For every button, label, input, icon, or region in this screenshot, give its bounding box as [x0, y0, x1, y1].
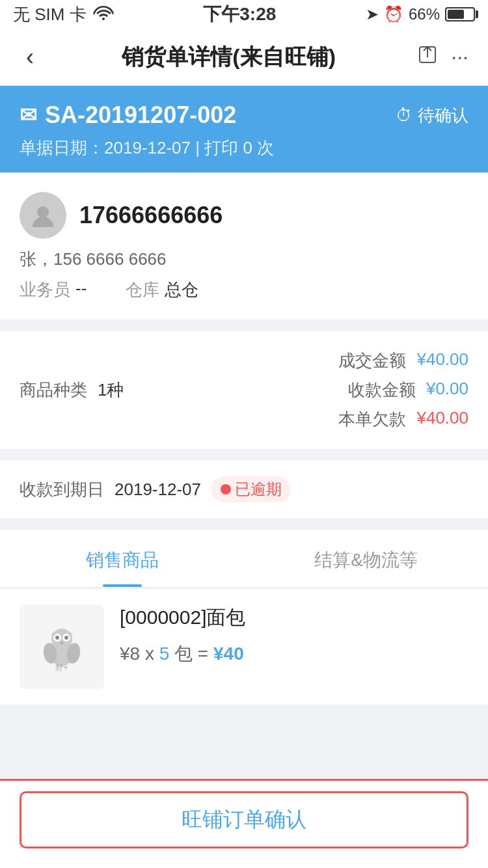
- divider-3: [0, 519, 488, 530]
- order-date-label: 单据日期：: [20, 138, 104, 157]
- location-icon: ➤: [366, 5, 379, 23]
- tab-settlement[interactable]: 结算&物流等: [244, 530, 488, 587]
- product-title: 面包: [206, 606, 245, 628]
- quantity: 5: [159, 644, 170, 664]
- page-title: 销货单详情(来自旺铺): [122, 42, 336, 72]
- tab-sales-label: 销售商品: [86, 550, 159, 570]
- due-amount-item: 本单欠款 ¥40.00: [338, 408, 468, 431]
- financial-summary: 成交金额 ¥40.00 收款金额 ¥0.00 本单欠款 ¥40.00: [338, 349, 468, 431]
- battery-icon: [445, 7, 475, 21]
- order-id-text: SA-20191207-002: [45, 102, 236, 129]
- nav-actions: ···: [417, 44, 468, 70]
- unit-label: 包: [174, 644, 193, 664]
- type-label: 商品种类: [20, 379, 87, 401]
- sales-label: 业务员: [20, 278, 70, 301]
- status-time: 下午3:28: [203, 2, 276, 27]
- summary-card: 商品种类 1种 成交金额 ¥40.00 收款金额 ¥0.00 本单欠款 ¥40.…: [0, 331, 488, 449]
- back-button[interactable]: ‹: [20, 37, 40, 77]
- due-date-value: 2019-12-07: [115, 480, 201, 500]
- customer-phone: 17666666666: [79, 202, 223, 229]
- sales-value: --: [75, 278, 87, 301]
- tab-settlement-label: 结算&物流等: [314, 550, 418, 570]
- divider-1: [0, 321, 488, 331]
- order-meta: 单据日期：2019-12-07 | 打印 0 次: [20, 137, 468, 159]
- bottom-action-bar: 旺铺订单确认: [0, 779, 488, 868]
- due-amount-value: ¥40.00: [416, 408, 468, 431]
- total-price: ¥40: [213, 644, 244, 664]
- product-thumbnail: 野+: [20, 604, 104, 689]
- due-date-label: 收款到期日: [20, 478, 104, 501]
- svg-point-1: [37, 206, 49, 218]
- multiplier-symbol: x: [145, 644, 154, 664]
- status-left: 无 SIM 卡: [13, 3, 114, 26]
- svg-point-8: [64, 636, 68, 640]
- amount-item: 成交金额 ¥40.00: [338, 349, 468, 372]
- confirm-button-label: 旺铺订单确认: [182, 806, 306, 834]
- customer-attributes: 业务员 -- 仓库 总仓: [20, 278, 468, 301]
- clock-icon: ⏰: [384, 5, 403, 23]
- amount-value: ¥40.00: [416, 349, 468, 372]
- more-icon[interactable]: ···: [451, 45, 468, 69]
- status-bar: 无 SIM 卡 下午3:28 ➤ ⏰ 66%: [0, 0, 488, 29]
- equals-symbol: =: [198, 644, 208, 664]
- product-price: ¥8 x 5 包 = ¥40: [120, 642, 468, 666]
- customer-avatar: [20, 192, 66, 239]
- product-info: [0000002]面包 ¥8 x 5 包 = ¥40: [120, 604, 468, 689]
- status-clock-icon: ⏱: [396, 105, 413, 126]
- overdue-badge: 已逾期: [211, 476, 291, 502]
- svg-text:野+: 野+: [55, 663, 68, 672]
- order-id: ✉ SA-20191207-002: [20, 102, 236, 129]
- product-name: [0000002]面包: [120, 604, 468, 631]
- due-amount-label: 本单欠款: [338, 408, 406, 431]
- customer-card: 17666666666 张，156 6666 6666 业务员 -- 仓库 总仓: [0, 174, 488, 319]
- due-date-card: 收款到期日 2019-12-07 已逾期: [0, 461, 488, 518]
- warehouse-attr: 仓库 总仓: [126, 278, 198, 301]
- order-status-badge: ⏱ 待确认: [396, 104, 468, 127]
- order-icon: ✉: [20, 103, 37, 128]
- carrier-label: 无 SIM 卡: [13, 3, 87, 26]
- status-right: ➤ ⏰ 66%: [366, 5, 475, 23]
- order-header-card: ✉ SA-20191207-002 ⏱ 待确认 单据日期：2019-12-07 …: [0, 86, 488, 172]
- order-status-text: 待确认: [418, 104, 468, 127]
- overdue-text: 已逾期: [235, 479, 282, 500]
- divider-2: [0, 450, 488, 461]
- tabs-bar: 销售商品 结算&物流等: [0, 530, 488, 588]
- order-print-label: 打印 0 次: [204, 138, 274, 157]
- received-item: 收款金额 ¥0.00: [348, 379, 468, 401]
- overdue-dot-icon: [221, 484, 231, 495]
- customer-detail: 张，156 6666 6666: [20, 248, 468, 271]
- share-icon[interactable]: [417, 44, 438, 70]
- order-separator: |: [191, 138, 204, 157]
- received-value: ¥0.00: [426, 379, 468, 401]
- warehouse-label: 仓库: [126, 278, 159, 301]
- received-label: 收款金额: [348, 379, 416, 401]
- sales-person-attr: 业务员 --: [20, 278, 87, 301]
- order-date: 2019-12-07: [104, 138, 191, 157]
- product-code: [0000002]: [120, 606, 206, 628]
- nav-bar: ‹ 销货单详情(来自旺铺) ···: [0, 29, 488, 86]
- wifi-icon: [93, 5, 114, 25]
- battery-percent: 66%: [409, 5, 440, 23]
- unit-price: ¥8: [120, 644, 140, 664]
- confirm-wangpu-order-button[interactable]: 旺铺订单确认: [20, 791, 468, 848]
- amount-label: 成交金额: [338, 349, 406, 372]
- product-card: 野+ [0000002]面包 ¥8 x 5 包 = ¥40: [0, 589, 488, 705]
- product-type-summary: 商品种类 1种: [20, 349, 124, 431]
- svg-point-7: [55, 636, 59, 640]
- type-value: 1种: [98, 379, 124, 401]
- tab-sales-products[interactable]: 销售商品: [0, 530, 244, 587]
- warehouse-value: 总仓: [165, 278, 198, 301]
